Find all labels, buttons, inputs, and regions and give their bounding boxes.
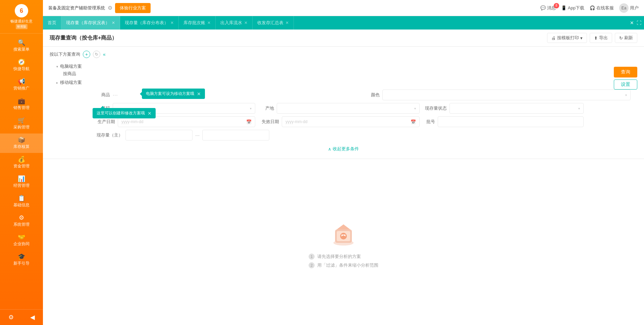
filter-field-qty: 现存量（主） — [97,130,269,141]
tab-close-all-btn[interactable]: ✕ [630,20,634,25]
sidebar-item-inventory[interactable]: 📦 库存核算 [0,133,43,153]
stock-status-label: 现存量状态 [425,105,447,111]
hint-num-1: 1 [309,254,315,260]
scheme-group-mobile-header[interactable]: ▸ 移动端方案 [56,78,631,87]
sidebar-item-purchase[interactable]: 🛒 采购管理 [0,114,43,133]
origin-select[interactable]: ▾ [277,103,419,114]
scheme-group-desktop-header[interactable]: ▾ 电脑端方案 [56,62,631,71]
color-label: 颜色 [366,92,380,98]
color-select[interactable]: ▾ [382,90,631,100]
sidebar-item-quick[interactable]: 🧭 快捷导航 [0,56,43,75]
tab-close-icon[interactable]: ✕ [170,20,174,25]
tab-inventory-status[interactable]: 现存量（库存状况表） ✕ [61,16,120,30]
tooltip-desktop-scheme: 电脑方案可设为移动方案哦 ✕ [142,89,205,99]
user-label: 用户 [630,5,639,11]
tab-expand-btn[interactable]: ⛶ [637,20,641,25]
tab-close-icon[interactable]: ✕ [112,20,115,25]
sidebar-item-marketing[interactable]: 📢 营销推广 [0,75,43,95]
app-download-btn[interactable]: 📱 App下载 [561,5,584,11]
purchase-icon: 🛒 [18,117,25,123]
empty-hints: 1 请先选择要分析的方案 2 用「过滤」条件来缩小分析范围 [309,254,378,268]
svg-point-3 [340,233,347,239]
sidebar-collapse-btn[interactable]: ◀ [30,314,35,321]
sidebar-item-label: 营销推广 [13,86,30,91]
sidebar-item-label: 采购管理 [13,124,30,130]
trial-btn[interactable]: 体验行业方案 [115,3,151,13]
stock-status-select[interactable]: ▾ [449,103,584,114]
scheme-desktop-label: 电脑端方案 [60,63,82,69]
sidebar-item-label: 经营管理 [13,183,30,188]
tab-close-icon[interactable]: ✕ [207,20,211,25]
expire-date-input[interactable]: yyyy-mm-dd 📅 [282,116,419,127]
range-separator: — [195,133,200,138]
sidebar-item-finance[interactable]: 💰 资金管理 [0,153,43,172]
collapse-btn[interactable]: ∧ 收起更多条件 [328,146,359,152]
operation-icon: 📊 [18,176,25,182]
filter-area: 按以下方案查询 + ↻ « 电脑方案可设为移动方案哦 ✕ 这里可以创建和修改方案… [43,47,644,159]
filter-field-color: 颜色 ▾ [366,90,631,100]
tab-close-icon[interactable]: ✕ [244,20,248,25]
qty-min-input[interactable] [125,130,193,141]
filter-add-btn[interactable]: + [83,51,90,58]
topbar-settings-icon[interactable]: ⚙ [108,5,112,11]
topbar-title: 装备及固定资产辅助管理系统 [48,5,105,11]
calendar-icon: 📅 [246,119,252,124]
sidebar-item-operation[interactable]: 📊 经营管理 [0,172,43,192]
sidebar-item-enterprise[interactable]: 🤝 企业协同 [0,231,43,250]
newbie-icon: 🎓 [18,254,25,260]
app-download-label: App下载 [568,5,584,11]
tooltip2-close-btn[interactable]: ✕ [148,111,152,116]
tab-recv-summary[interactable]: 收发存汇总表 ✕ [253,16,294,30]
sidebar-item-sales[interactable]: 💼 销售管理 [0,95,43,114]
scheme-list: ▾ 电脑端方案 按商品 ▸ 移动端方案 [50,62,637,87]
hint-text-2: 用「过滤」条件来缩小分析范围 [317,262,378,268]
filter-refresh-btn[interactable]: ↻ [93,51,100,58]
scheme-desktop-item[interactable]: 按商品 [56,71,631,77]
refresh-btn[interactable]: ↻ 刷新 [615,33,637,43]
scheme-mobile-label: 移动端方案 [60,79,82,86]
sidebar-item-label: 搜索菜单 [13,47,30,52]
qty-max-input[interactable] [202,130,269,141]
set-btn[interactable]: 设置 [614,79,637,90]
tab-batch-ledger-label: 库存批次账 [183,20,205,26]
calendar-icon: 📅 [411,119,416,124]
template-print-btn[interactable]: 🖨 按模板打印 ▾ [547,33,587,43]
message-btn[interactable]: 💬 消息 8 [540,5,556,11]
tab-close-icon[interactable]: ✕ [285,20,289,25]
user-btn[interactable]: Ea 用户 [619,3,639,13]
hint-text-1: 请先选择要分析的方案 [317,254,361,260]
empty-illustration [327,216,360,250]
tooltip1-close-btn[interactable]: ✕ [197,91,201,97]
filter-field-expire-date: 失效日期 yyyy-mm-dd 📅 [261,116,419,127]
filter-label-row: 按以下方案查询 + ↻ « [50,51,637,58]
tooltip-create-scheme: 这里可以创建和修改方案哦 ✕ [93,108,156,118]
sidebar-item-system[interactable]: ⚙ 系统管理 [0,211,43,231]
filter-field-stock-status: 现存量状态 ▾ [425,103,584,114]
sidebar-nav: 🔍 搜索菜单 🧭 快捷导航 📢 营销推广 💼 销售管理 🛒 采购管理 📦 库存核… [0,34,43,309]
sidebar-item-newbie[interactable]: 🎓 新手引导 [0,250,43,270]
empty-icon [327,218,360,248]
sidebar-item-search[interactable]: 🔍 搜索菜单 [0,36,43,56]
tab-io-flow[interactable]: 出入库流水 ✕ [216,16,253,30]
filter-arrow-btn[interactable]: « [103,52,106,57]
avatar-text: Ea [622,6,627,10]
tab-inventory-dist[interactable]: 现存量（库存分布表） ✕ [120,16,179,30]
tab-home[interactable]: 首页 [43,16,61,30]
batch-label: 批号 [425,119,435,125]
batch-input[interactable] [438,116,584,127]
export-btn[interactable]: ⬆ 导出 [590,33,612,43]
tab-batch-ledger[interactable]: 库存批次账 ✕ [179,16,216,30]
page-header: 现存量查询（按仓库+商品） 🖨 按模板打印 ▾ ⬆ 导出 ↻ 刷新 [43,30,644,47]
sidebar-item-label: 新手引导 [13,261,30,266]
action-buttons: 查询 设置 [614,67,637,90]
print-icon: 🖨 [551,36,556,41]
quick-nav-icon: 🧭 [18,59,25,65]
sidebar-item-basic[interactable]: 📋 基础信息 [0,192,43,211]
online-support-btn[interactable]: 🎧 在线客服 [590,5,614,11]
sidebar-settings-btn[interactable]: ⚙ [8,314,14,321]
tabbar-actions: ✕ ⛶ [627,16,644,30]
sidebar-logo: 6 畅捷通好生意 标准版 [0,0,43,34]
chevron-down-icon: ▾ [250,107,252,110]
search-btn[interactable]: 查询 [614,67,637,77]
headset-icon: 🎧 [590,5,595,10]
